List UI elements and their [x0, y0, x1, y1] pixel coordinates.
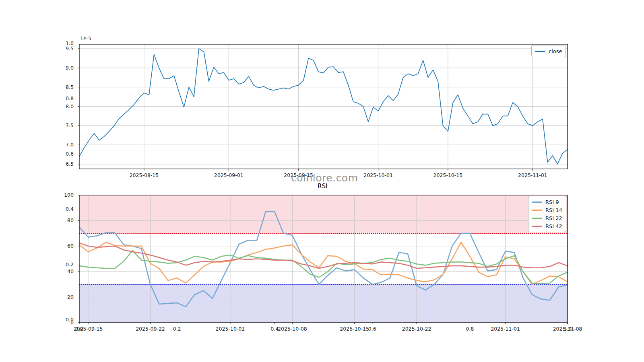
- y-tick-label: 20: [45, 294, 74, 300]
- legend-entry: RSI 14: [532, 206, 562, 214]
- x-tick-label: 2025-09-15: [270, 172, 327, 179]
- y-tick-label: 40: [45, 268, 74, 275]
- legend-line-swatch: [532, 226, 542, 227]
- legend-label: close: [549, 48, 562, 54]
- hidden-x-tick-label: 0.8: [442, 326, 498, 332]
- legend-entry: RSI 9: [532, 198, 562, 206]
- legend-line-swatch: [532, 210, 542, 211]
- legend-entry: RSI 42: [532, 222, 562, 230]
- y-tick-label: 6.5: [45, 161, 74, 167]
- legend-line-swatch: [532, 218, 542, 219]
- rsi-legend: RSI 9RSI 14RSI 22RSI 42: [528, 196, 566, 232]
- legend-label: RSI 22: [545, 215, 562, 221]
- rsi-chart-plot-area: [79, 195, 568, 323]
- hidden-y-tick-label: 0.4: [45, 206, 74, 212]
- hidden-x-tick-label: 0.0: [51, 326, 107, 332]
- hidden-y-tick-label: 1.0: [45, 40, 74, 47]
- x-tick-label: 2025-08-15: [116, 172, 172, 179]
- rsi-panel-title: RSI: [318, 183, 327, 190]
- hidden-y-tick-label: 0.6: [45, 151, 74, 157]
- x-tick-label: 2025-11-01: [504, 172, 561, 179]
- hidden-y-tick-label: 0.2: [45, 261, 74, 268]
- x-tick-label: 2025-10-01: [350, 172, 407, 179]
- hidden-y-tick-label: 0.0: [45, 317, 74, 323]
- x-tick-label: 2025-09-01: [200, 172, 257, 179]
- figure: 1e-5 coinlore.com RSI close RSI 9RSI 14R…: [0, 0, 644, 362]
- legend-entry: close: [535, 47, 562, 55]
- hidden-x-tick-label: 0.2: [149, 326, 205, 332]
- hidden-y-tick-label: 0.8: [45, 95, 74, 102]
- y-tick-label: 8.5: [45, 84, 74, 90]
- x-tick-label: 2025-10-15: [420, 172, 476, 179]
- y-tick-label: 7.0: [45, 142, 74, 148]
- y-tick-label: 9.0: [45, 65, 74, 71]
- price-legend: close: [531, 45, 566, 57]
- legend-label: RSI 9: [545, 199, 559, 205]
- series-rsi-14: [79, 242, 568, 284]
- hidden-x-tick-label: 0.6: [344, 326, 400, 332]
- hidden-x-tick-label: 0.4: [246, 326, 303, 332]
- y-tick-label: 60: [45, 243, 74, 249]
- legend-line-swatch: [532, 202, 542, 203]
- y-axis-offset-label: 1e-5: [80, 35, 91, 41]
- legend-entry: RSI 22: [532, 214, 562, 222]
- legend-label: RSI 14: [545, 207, 562, 213]
- y-tick-label: 100: [45, 192, 74, 198]
- y-tick-label: 80: [45, 217, 74, 224]
- price-chart-plot-area: [79, 44, 568, 169]
- hidden-x-tick-label: 1.0: [539, 326, 596, 332]
- y-tick-label: 8.0: [45, 103, 74, 110]
- legend-label: RSI 42: [545, 223, 562, 229]
- legend-line-swatch: [535, 51, 545, 52]
- y-tick-label: 7.5: [45, 122, 74, 129]
